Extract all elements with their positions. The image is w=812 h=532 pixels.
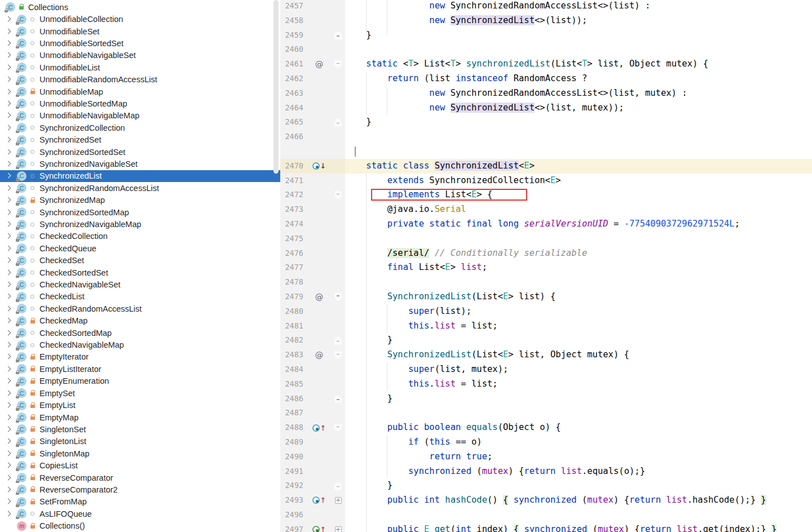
expand-chevron-icon[interactable] (5, 353, 11, 360)
fold-expand-icon[interactable]: + (335, 526, 342, 532)
expand-chevron-icon[interactable] (5, 426, 11, 433)
structure-item[interactable]: CReverseComparator (0, 472, 280, 484)
expand-chevron-icon[interactable] (5, 511, 11, 517)
expand-chevron-icon[interactable] (5, 257, 11, 264)
structure-item[interactable]: CCheckedNavigableSet (0, 278, 280, 290)
structure-item[interactable]: CEmptyListIterator (0, 363, 280, 375)
structure-item[interactable]: CCheckedSortedSet (0, 267, 280, 278)
structure-item[interactable]: mCollections() (0, 520, 280, 531)
structure-item[interactable]: CUnmodifiableRandomAccessList (0, 73, 280, 85)
structure-item[interactable]: CUnmodifiableSet (0, 25, 280, 37)
structure-item[interactable]: CCheckedRandomAccessList (0, 303, 280, 314)
structure-item[interactable]: CSynchronizedSortedSet (0, 146, 280, 158)
code-line[interactable]: public int hashCode() { synchronized (mu… (345, 493, 812, 508)
fold-collapse-icon[interactable] (334, 292, 342, 301)
expand-chevron-icon[interactable] (5, 462, 11, 469)
expand-chevron-icon[interactable] (5, 185, 11, 192)
expand-chevron-icon[interactable] (5, 450, 11, 457)
expand-chevron-icon[interactable] (5, 378, 11, 384)
implementations-icon[interactable] (312, 526, 320, 532)
structure-item[interactable]: CSynchronizedNavigableMap (0, 218, 280, 230)
fold-end-icon[interactable] (334, 118, 342, 127)
expand-chevron-icon[interactable] (5, 149, 11, 156)
code-line[interactable]: public boolean equals(Object o) { (345, 420, 812, 435)
structure-item[interactable]: CCopiesList (0, 459, 280, 471)
structure-item[interactable]: CAsLIFOQueue (0, 508, 280, 520)
expand-chevron-icon[interactable] (5, 342, 11, 348)
structure-item[interactable]: CEmptyMap (0, 411, 280, 423)
fold-collapse-icon[interactable] (334, 60, 342, 69)
structure-item[interactable]: CCollections (0, 1, 280, 13)
expand-chevron-icon[interactable] (5, 269, 11, 276)
down-arrow-icon[interactable]: ↓ (320, 162, 326, 170)
expand-chevron-icon[interactable] (5, 233, 11, 240)
expand-chevron-icon[interactable] (5, 414, 11, 421)
implementations-icon[interactable] (312, 496, 320, 504)
code-line[interactable]: super(list); (345, 304, 812, 319)
structure-scrollbar[interactable] (273, 0, 279, 174)
structure-item[interactable]: CCheckedCollection (0, 230, 280, 242)
code-line[interactable]: public E get(int index) { synchronized (… (345, 522, 812, 532)
code-line[interactable]: final List<E> list; (345, 260, 812, 275)
structure-item[interactable]: CSetFromMap (0, 496, 280, 508)
expand-chevron-icon[interactable] (5, 16, 11, 23)
expand-chevron-icon[interactable] (5, 317, 11, 324)
structure-item[interactable]: CSingletonList (0, 436, 280, 447)
expand-chevron-icon[interactable] (5, 245, 11, 252)
fold-end-icon[interactable] (334, 482, 342, 490)
code-line[interactable]: implements List<E> { (345, 188, 812, 202)
code-line[interactable] (345, 144, 812, 159)
code-line[interactable] (345, 42, 812, 57)
expand-chevron-icon[interactable] (5, 28, 11, 35)
code-line[interactable]: static class SynchronizedList<E> (345, 159, 812, 174)
fold-end-icon[interactable] (334, 336, 342, 345)
expand-chevron-icon[interactable] (5, 522, 11, 529)
code-line[interactable] (345, 406, 812, 420)
structure-item[interactable]: CCheckedList (0, 291, 280, 303)
structure-item[interactable]: CEmptyList (0, 399, 280, 411)
fold-collapse-icon[interactable] (334, 424, 342, 432)
structure-item[interactable]: CSynchronizedNavigableSet (0, 158, 280, 170)
expand-chevron-icon[interactable] (5, 161, 11, 167)
expand-chevron-icon[interactable] (5, 136, 11, 143)
structure-item[interactable]: CUnmodifiableNavigableMap (0, 110, 280, 122)
structure-item[interactable]: CCheckedNavigableMap (0, 339, 280, 351)
overrides-icon[interactable]: ↑ (320, 526, 326, 532)
structure-item[interactable]: CCheckedQueue (0, 242, 280, 254)
expand-chevron-icon[interactable] (5, 112, 11, 119)
code-line[interactable] (345, 232, 812, 246)
code-line[interactable]: this.list = list; (345, 319, 812, 334)
expand-chevron-icon[interactable] (5, 40, 11, 47)
expand-chevron-icon[interactable] (5, 125, 11, 131)
code-line[interactable]: @java.io.Serial (345, 202, 812, 217)
expand-chevron-icon[interactable] (5, 52, 11, 59)
expand-chevron-icon[interactable] (5, 221, 11, 228)
expand-chevron-icon[interactable] (5, 100, 11, 107)
expand-chevron-icon[interactable] (5, 366, 11, 373)
expand-chevron-icon[interactable] (5, 475, 11, 481)
code-line[interactable]: } (345, 333, 812, 348)
code-line[interactable]: /serial/ // Conditionally serializable (345, 246, 812, 261)
code-line[interactable]: private static final long serialVersionU… (345, 217, 812, 232)
code-line[interactable]: return (list instanceof RandomAccess ? (345, 72, 812, 86)
fold-expand-icon[interactable]: + (335, 497, 342, 504)
expand-chevron-icon[interactable] (5, 293, 11, 300)
code-line[interactable]: SynchronizedList(List<E> list, Object mu… (345, 348, 812, 362)
expand-chevron-icon[interactable] (5, 390, 11, 397)
expand-chevron-icon[interactable] (5, 209, 11, 216)
structure-item-selected[interactable]: CSynchronizedList (0, 170, 280, 182)
code-line[interactable]: super(list, mutex); (345, 362, 812, 377)
expand-chevron-icon[interactable] (5, 64, 11, 71)
structure-item[interactable]: CUnmodifiableMap (0, 86, 280, 97)
code-line[interactable]: } (345, 115, 812, 130)
editor[interactable]: 2457 new SynchronizedRandomAccessList<>(… (280, 0, 812, 532)
fold-end-icon[interactable] (334, 31, 342, 39)
expand-chevron-icon[interactable] (5, 438, 11, 445)
code-line[interactable]: } (345, 28, 812, 43)
fold-collapse-icon[interactable] (334, 191, 342, 200)
code-line[interactable]: new SynchronizedList<>(list, mutex)); (345, 101, 812, 116)
structure-item[interactable]: CEmptyIterator (0, 351, 280, 363)
expand-chevron-icon[interactable] (5, 281, 11, 288)
overrides-icon[interactable]: ↑ (320, 496, 326, 504)
structure-item[interactable]: CSingletonMap (0, 447, 280, 459)
